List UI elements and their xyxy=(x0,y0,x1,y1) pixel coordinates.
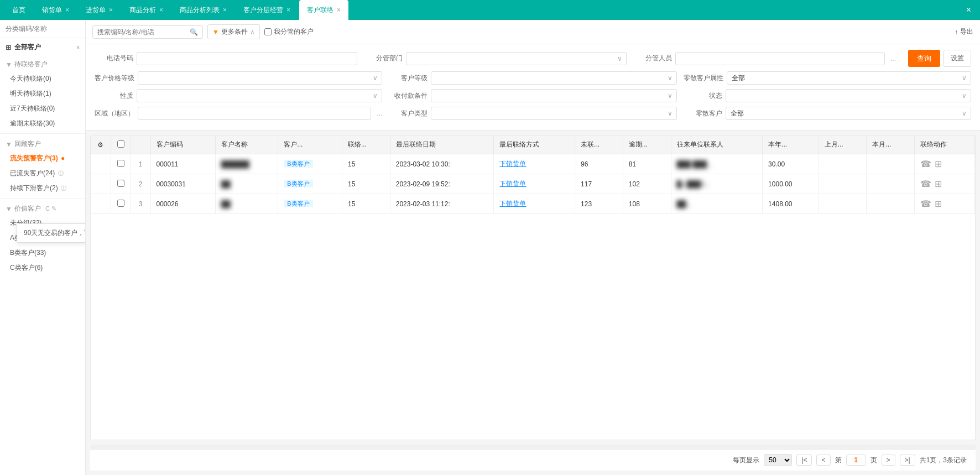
filter-panel: 电话号码 分管部门 ∨ 分管人员 ... 查询 设置 xyxy=(86,44,980,131)
filter-person-input[interactable] xyxy=(675,52,885,65)
sidebar-item-b-class[interactable]: B类客户(33) xyxy=(0,246,85,260)
nav-item-customer-contact[interactable]: 客户联络 × xyxy=(299,0,348,20)
sidebar-group-pending: ▼ 待联络客户 xyxy=(0,56,85,71)
filter-region-input[interactable] xyxy=(138,107,371,120)
sidebar-divider-1 xyxy=(0,133,85,134)
filter-retail-customer-label: 零散客户 xyxy=(684,109,722,118)
row-check-2[interactable] xyxy=(111,194,131,214)
filter-customer-type-input[interactable] xyxy=(431,107,676,120)
filter-dept-input[interactable] xyxy=(406,52,627,65)
tooltip-text: 90天无交易的客户，可能有流失风险。 xyxy=(24,229,86,237)
nav-close-purchase[interactable]: × xyxy=(109,6,113,14)
toolbar-filter-btn[interactable]: ▼ 更多条件 ∧ xyxy=(207,24,260,39)
sidebar-search-input[interactable] xyxy=(6,25,86,33)
total-label: 共1页，3条记录 xyxy=(920,456,967,465)
row-unit-contact-1: █y ███3... xyxy=(671,174,763,194)
table-row: 1 000011 ██████ B类客户 15 2023-03-02 10:30… xyxy=(91,154,975,174)
nav-close-product-list[interactable]: × xyxy=(223,6,227,14)
next-page-btn[interactable]: > xyxy=(882,455,895,466)
query-button[interactable]: 查询 xyxy=(908,50,940,67)
sidebar-item-c-class[interactable]: C类客户(6) xyxy=(0,260,85,275)
filter-payment-input[interactable] xyxy=(431,89,676,102)
sidebar-item-7day-contact[interactable]: 近7天待联络(0) xyxy=(0,101,85,116)
nav-close-customer-contact[interactable]: × xyxy=(337,6,341,14)
main-layout: 🔍 ⊞ 全部客户 « ▼ 待联络客户 今天待联络(0) 明天待联络(1) 近7天… xyxy=(0,20,980,475)
row-last-month-0 xyxy=(819,154,867,174)
row-num-0: 1 xyxy=(131,154,150,174)
filter-retail-attr-input[interactable] xyxy=(727,71,971,85)
nav-item-sales[interactable]: 销货单 × xyxy=(34,0,77,20)
row-actions-2: ☎ ⊞ xyxy=(915,194,975,214)
phone-icon-0[interactable]: ☎ xyxy=(920,159,931,169)
nav-close-sales[interactable]: × xyxy=(65,6,69,14)
sidebar-item-already-churn[interactable]: 已流失客户(24) ⓘ xyxy=(0,166,85,181)
sidebar-item-churn-warning[interactable]: 流失预警客户(3) ● xyxy=(0,151,85,166)
filter-phone-input[interactable] xyxy=(137,52,357,65)
sidebar-item-tomorrow-contact[interactable]: 明天待联络(1) xyxy=(0,86,85,101)
nav-item-customer-tier[interactable]: 客户分层经营 × xyxy=(236,0,298,20)
col-last-date: 最后联络日期 xyxy=(390,135,494,154)
toolbar-search-icon[interactable]: 🔍 xyxy=(190,28,198,36)
filter-status-input[interactable] xyxy=(726,89,971,102)
row-actions-1: ☎ ⊞ xyxy=(915,174,975,194)
row-last-method-0[interactable]: 下销货单 xyxy=(494,154,575,174)
filter-retail-customer-input[interactable] xyxy=(726,107,971,120)
settings-button[interactable]: 设置 xyxy=(943,50,971,67)
nav-item-product-analysis[interactable]: 商品分析 × xyxy=(122,0,171,20)
sidebar-group-value-label: 价值客户 xyxy=(14,204,41,213)
my-customers-checkbox-wrap[interactable]: 我分管的客户 xyxy=(264,27,314,36)
nav-item-purchase[interactable]: 进货单 × xyxy=(78,0,121,20)
sidebar-item-declining[interactable]: 持续下滑客户(2) ⓘ xyxy=(0,181,85,196)
filter-nature: 性质 ∨ xyxy=(95,89,382,102)
row-last-method-1[interactable]: 下销货单 xyxy=(494,174,575,194)
sidebar-group-review: ▼ 回顾客户 xyxy=(0,136,85,151)
sidebar-group-review-label: 回顾客户 xyxy=(14,139,41,149)
filter-person-more-icon[interactable]: ... xyxy=(890,55,896,62)
filter-phone-label: 电话号码 xyxy=(95,54,133,63)
last-page-btn[interactable]: >| xyxy=(900,455,915,466)
filter-actions: 查询 设置 xyxy=(903,50,971,67)
nav-close-product-analysis[interactable]: × xyxy=(159,6,163,14)
page-number-input[interactable] xyxy=(846,455,866,466)
nav-close-customer-tier[interactable]: × xyxy=(286,6,290,14)
export-btn[interactable]: ↑ 导出 xyxy=(955,27,973,36)
toolbar-search-input[interactable] xyxy=(97,28,190,36)
phone-icon-1[interactable]: ☎ xyxy=(920,179,931,189)
row-contact-2: 15 xyxy=(342,194,390,214)
filter-price-level-input[interactable] xyxy=(138,71,382,85)
grid-icon-2[interactable]: ⊞ xyxy=(935,199,942,209)
filter-nature-input[interactable] xyxy=(137,89,382,102)
sidebar-item-today-contact[interactable]: 今天待联络(0) xyxy=(0,71,85,86)
grid-icon-0[interactable]: ⊞ xyxy=(935,159,942,169)
table-body: 1 000011 ██████ B类客户 15 2023-03-02 10:30… xyxy=(91,154,975,214)
filter-customer-level-input[interactable] xyxy=(431,71,676,85)
row-check-1[interactable] xyxy=(111,174,131,194)
select-all-checkbox[interactable] xyxy=(117,140,124,148)
nav-global-close[interactable]: × xyxy=(962,3,976,17)
col-check[interactable] xyxy=(111,135,131,154)
top-nav: 首页 销货单 × 进货单 × 商品分析 × 商品分析列表 × 客户分层经营 × … xyxy=(0,0,980,20)
nav-item-product-list[interactable]: 商品分析列表 × xyxy=(172,0,234,20)
nav-label-customer-contact: 客户联络 xyxy=(307,6,333,15)
nav-item-home[interactable]: 首页 xyxy=(4,0,33,20)
filter-row-3: 性质 ∨ 收付款条件 ∨ 状态 xyxy=(95,89,971,102)
sidebar-all-customers-label: 全部客户 xyxy=(14,43,41,52)
grid-icon-1[interactable]: ⊞ xyxy=(935,179,942,189)
sidebar-item-overdue-contact[interactable]: 逾期未联络(30) xyxy=(0,116,85,131)
first-page-btn[interactable]: |< xyxy=(796,455,812,466)
export-icon: ↑ xyxy=(955,28,958,36)
row-check-0[interactable] xyxy=(111,154,131,174)
my-customers-checkbox[interactable] xyxy=(264,28,272,35)
col-settings[interactable]: ⚙ xyxy=(91,135,111,154)
phone-icon-2[interactable]: ☎ xyxy=(920,199,931,209)
row-last-method-2[interactable]: 下销货单 xyxy=(494,194,575,214)
filter-price-level: 客户价格等级 ∨ xyxy=(95,71,382,85)
filter-region-more-icon[interactable]: ... xyxy=(377,109,382,117)
sidebar-all-customers[interactable]: ⊞ 全部客户 « xyxy=(0,38,85,56)
prev-page-btn[interactable]: < xyxy=(816,455,830,466)
row-num-1: 2 xyxy=(131,174,150,194)
filter-chevron-icon: ∧ xyxy=(250,28,255,36)
per-page-select[interactable]: 50 100 200 xyxy=(764,454,792,466)
col-overdue: 逾期... xyxy=(623,135,671,154)
row-no-contact-1: 117 xyxy=(575,174,623,194)
